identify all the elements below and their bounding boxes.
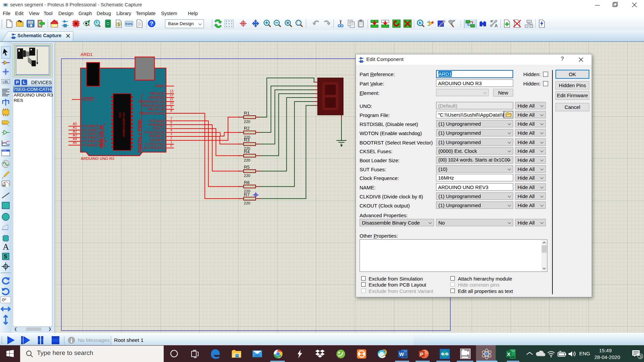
svg-text:PC3/ADC3: PC3/ADC3 — [83, 136, 99, 139]
svg-text:0101: 0101 — [125, 22, 133, 25]
svg-text:A4: A4 — [73, 137, 77, 141]
svg-text:3: 3 — [170, 132, 172, 136]
svg-text:PD7/AIN1: PD7/AIN1 — [150, 119, 165, 123]
svg-text:PB3/MOSI/OC2A: PB3/MOSI/OC2A — [139, 100, 165, 104]
svg-text:220: 220 — [244, 174, 250, 178]
svg-text:6: 6 — [170, 121, 172, 124]
svg-text:7: 7 — [170, 117, 172, 121]
svg-text:~PB2/SS/OC1B: ~PB2/SS/OC1B — [141, 104, 164, 108]
svg-text:PC1/ADC1: PC1/ADC1 — [83, 128, 99, 132]
svg-text:12: 12 — [170, 93, 174, 97]
svg-text:8: 8 — [170, 109, 172, 113]
svg-text:PB0/ICP1/CLKO: PB0/ICP1/CLKO — [140, 112, 164, 115]
svg-text:A5: A5 — [73, 141, 77, 144]
svg-text:13: 13 — [170, 89, 174, 93]
svg-text:PC0/ADC0: PC0/ADC0 — [83, 124, 99, 128]
svg-text:ARD1: ARD1 — [80, 52, 93, 57]
svg-text:220: 220 — [244, 189, 250, 193]
svg-text:3: 3 — [639, 354, 642, 359]
svg-text:A1: A1 — [73, 126, 77, 129]
svg-text:RESET: RESET — [83, 98, 95, 102]
svg-text:PC2/ADC2: PC2/ADC2 — [83, 132, 99, 136]
svg-text:A3: A3 — [73, 133, 77, 137]
svg-text:~PD6/AIN0: ~PD6/AIN0 — [148, 123, 165, 127]
svg-text:0: 0 — [170, 144, 172, 147]
svg-text:PD2/INT0: PD2/INT0 — [150, 138, 164, 142]
svg-text:10: 10 — [170, 101, 174, 105]
svg-text:?: ? — [150, 21, 153, 26]
svg-text:~PD3/INT1: ~PD3/INT1 — [148, 134, 164, 138]
svg-text:~PB1/OC1A: ~PB1/OC1A — [146, 108, 164, 111]
svg-text:RX PD0/RXD: RX PD0/RXD — [144, 146, 164, 150]
svg-text:A2: A2 — [73, 130, 77, 133]
svg-text:R2: R2 — [244, 126, 250, 131]
svg-text:1: 1 — [170, 140, 172, 144]
svg-text:220: 220 — [244, 146, 250, 150]
svg-text:A: A — [3, 242, 9, 252]
svg-text:ANALOG IN: ANALOG IN — [99, 125, 104, 149]
svg-text:P: P — [420, 351, 423, 357]
svg-text:LBL: LBL — [3, 80, 9, 84]
svg-text:$: $ — [117, 22, 120, 27]
svg-text:ATMEGA328P-PU: ATMEGA328P-PU — [122, 112, 125, 137]
svg-text:TX PD1/TXD: TX PD1/TXD — [145, 142, 164, 146]
svg-text:PB5/SCK: PB5/SCK — [150, 92, 165, 96]
svg-text:R1: R1 — [244, 111, 250, 116]
svg-text:ARDUINO UNO R3: ARDUINO UNO R3 — [81, 157, 114, 161]
svg-text:A: A — [495, 23, 498, 28]
svg-text:4: 4 — [170, 128, 172, 132]
svg-text:R5: R5 — [244, 165, 250, 170]
svg-text:AREF: AREF — [155, 84, 164, 88]
svg-text:5: 5 — [170, 124, 172, 128]
svg-text:PB4/MISO: PB4/MISO — [149, 96, 164, 100]
svg-text:220: 220 — [244, 135, 250, 139]
svg-text:A0: A0 — [73, 122, 77, 126]
svg-text:9: 9 — [170, 105, 172, 109]
svg-text:220: 220 — [244, 120, 250, 124]
svg-text:11: 11 — [170, 97, 173, 101]
svg-text:W: W — [399, 351, 404, 357]
svg-text:S: S — [4, 254, 7, 259]
svg-text:1121: 1121 — [118, 112, 121, 118]
svg-text:220: 220 — [244, 158, 250, 162]
svg-text:2: 2 — [170, 136, 172, 140]
svg-text:~ PD5/T1: ~ PD5/T1 — [147, 127, 164, 130]
svg-text:R6: R6 — [244, 180, 250, 185]
svg-text:X: X — [507, 351, 511, 357]
svg-text:220: 220 — [244, 201, 250, 205]
svg-text:PD4/T0/XCK: PD4/T0/XCK — [145, 131, 165, 134]
